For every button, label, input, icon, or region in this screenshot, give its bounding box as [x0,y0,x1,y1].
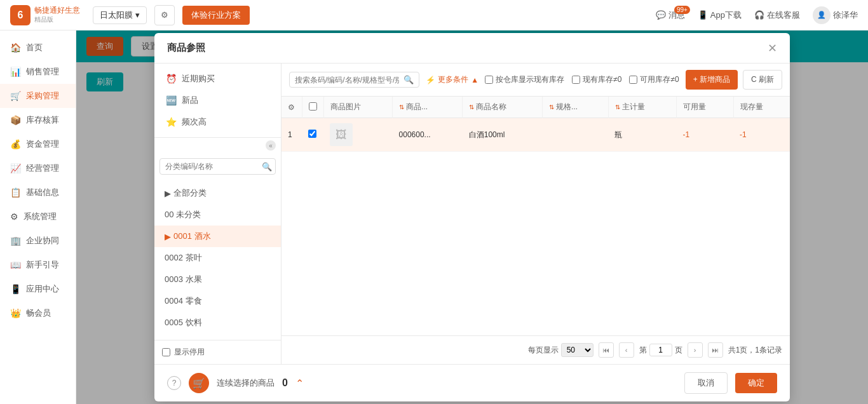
cart-icon[interactable]: 🛒 [189,373,209,393]
arrow-icon: ▶ [165,189,171,198]
select-all-checkbox[interactable] [309,102,317,111]
username: 徐泽华 [833,10,858,21]
row-spec [543,118,609,152]
sidebar-item-basicinfo-label: 基础信息 [26,187,59,198]
modal-close-button[interactable]: ✕ [768,43,777,54]
sidebar-item-inventory-label: 库存核算 [26,114,59,126]
table-row[interactable]: 1 🖼 000600... 白酒100ml [281,118,790,152]
gear-icon: ⚙ [161,10,168,20]
prev-page-button[interactable]: ‹ [619,342,634,358]
sidebar-item-member[interactable]: 👑 畅会员 [0,301,76,325]
sidebar-item-purchase[interactable]: 🛒 采购管理 [0,84,76,108]
product-search-input[interactable] [295,76,400,84]
show-disabled-checkbox[interactable] [162,348,170,356]
page-number-input[interactable] [649,344,672,356]
sidebar-item-operations[interactable]: 📈 经营管理 [0,156,76,180]
sidebar-item-guide[interactable]: 📖 新手引导 [0,253,76,277]
warehouse-filter-label[interactable]: 按仓库显示现有库存 [485,74,564,85]
avail-ne0-checkbox[interactable] [629,76,637,84]
col-unit[interactable]: ⇅ 主计量 [608,97,676,118]
message-badge: 99+ [674,6,690,14]
category-all[interactable]: ▶ 全部分类 [154,182,281,204]
category-0005[interactable]: 0005 饮料 [154,312,281,333]
help-button[interactable]: ? [167,376,181,390]
sidebar-item-enterprise[interactable]: 🏢 企业协同 [0,229,76,253]
row-select-checkbox[interactable] [308,130,316,138]
sidebar-item-finance[interactable]: 💰 资金管理 [0,132,76,156]
appcenter-icon: 📱 [10,284,21,294]
avatar: 👤 [813,6,831,24]
app-download-btn[interactable]: 📱 App下载 [698,10,742,21]
col-checkbox [302,97,323,118]
cancel-button[interactable]: 取消 [684,372,728,394]
category-0008[interactable]: 0008 水 [154,333,281,340]
category-0001[interactable]: ▶ 0001 酒水 [154,226,281,247]
sidebar-item-home[interactable]: 🏠 首页 [0,36,76,60]
system-icon: ⚙ [10,212,18,222]
last-page-button[interactable]: ⏭ [708,342,723,358]
page-label-end: 页 [675,345,682,356]
store-name: 日太阳膜 [100,10,133,21]
purchase-icon: 🛒 [10,91,21,101]
sidebar-item-system[interactable]: ⚙ 系统管理 [0,205,76,229]
warehouse-filter-checkbox[interactable] [485,76,493,84]
tab-frequent[interactable]: ⭐ 频次高 [159,112,276,132]
sidebar-item-sales[interactable]: 📊 销售管理 [0,60,76,84]
filter-expand-icon: ▲ [471,76,478,84]
collapse-footer-icon[interactable]: ⌃ [295,377,304,389]
col-settings[interactable]: ⚙ [281,97,302,118]
collapse-panel-button[interactable]: « [266,140,276,151]
category-0002[interactable]: 0002 茶叶 [154,247,281,269]
gear-button[interactable]: ⚙ [154,5,175,25]
row-code: 000600... [393,118,463,152]
sidebar-item-appcenter[interactable]: 📱 应用中心 [0,277,76,301]
avail-ne0-filter-label[interactable]: 可用库存≠0 [629,74,679,85]
tab-new-label: 新品 [182,95,198,106]
row-checkbox-cell[interactable] [302,118,323,152]
tab-recent-purchase[interactable]: ⏰ 近期购买 [159,69,276,89]
refresh-button[interactable]: C 刷新 [743,70,782,90]
row-image-cell: 🖼 [323,118,393,152]
brand-name: 畅捷通好生意 [34,6,80,16]
category-0003-label: 0003 水果 [165,274,202,285]
page-label: 第 [639,345,647,356]
next-page-button[interactable]: › [688,342,703,358]
sidebar-item-basicinfo[interactable]: 📋 基础信息 [0,180,76,205]
trial-button[interactable]: 体验行业方案 [182,6,250,25]
category-0003[interactable]: 0003 水果 [154,269,281,290]
store-selector[interactable]: 日太阳膜 ▾ [93,6,147,24]
col-stock: 现存量 [733,97,790,118]
first-page-button[interactable]: ⏮ [599,342,614,358]
sort-icon-name: ⇅ [469,104,474,111]
headset-icon: 🎧 [754,10,764,20]
col-code[interactable]: ⇅ 商品... [393,97,463,118]
stock-ne0-checkbox[interactable] [572,76,580,84]
sidebar: 🏠 首页 📊 销售管理 🛒 采购管理 📦 库存核算 💰 资金管理 📈 经营管理 … [0,30,76,404]
stock-ne0-filter-label[interactable]: 现有库存≠0 [572,74,621,85]
message-btn[interactable]: 💬 消息 99+ [656,10,685,21]
home-icon: 🏠 [10,43,21,53]
category-search-area: 🔍 [154,153,281,180]
more-filter-button[interactable]: ⚡ 更多条件 ▲ [426,74,478,85]
product-image: 🖼 [330,123,353,146]
category-0001-label: 0001 酒水 [173,231,211,242]
category-0004[interactable]: 0004 零食 [154,290,281,312]
star-icon: ⭐ [166,117,177,127]
confirm-button[interactable]: 确定 [735,373,777,393]
tab-new-products[interactable]: 🆕 新品 [159,90,276,111]
column-settings-icon[interactable]: ⚙ [288,103,295,112]
add-product-button[interactable]: + 新增商品 [686,70,738,90]
col-name[interactable]: ⇅ 商品名称 [463,97,543,118]
sidebar-item-inventory[interactable]: 📦 库存核算 [0,108,76,132]
page-size-dropdown[interactable]: 20 50 100 [561,343,593,357]
category-00[interactable]: 00 未分类 [154,204,281,226]
chevron-down-icon: ▾ [135,10,140,20]
sidebar-item-member-label: 畅会员 [26,307,51,319]
guide-icon: 📖 [10,260,21,270]
sidebar-item-finance-label: 资金管理 [26,138,59,150]
category-search-input[interactable] [159,158,276,175]
show-disabled-label[interactable]: 显示停用 [174,347,205,358]
online-service-btn[interactable]: 🎧 在线客服 [754,10,800,21]
user-area[interactable]: 👤 徐泽华 [813,6,858,24]
col-spec[interactable]: ⇅ 规格... [543,97,609,118]
